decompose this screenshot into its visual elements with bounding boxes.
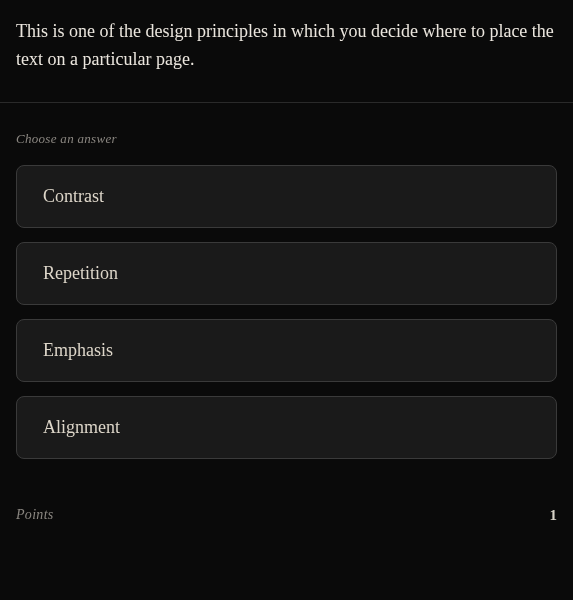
choose-answer-label: Choose an answer: [16, 131, 557, 147]
answer-option-alignment[interactable]: Alignment: [16, 396, 557, 459]
answer-option-repetition[interactable]: Repetition: [16, 242, 557, 305]
question-section: This is one of the design principles in …: [0, 0, 573, 103]
answer-option-emphasis[interactable]: Emphasis: [16, 319, 557, 382]
points-section: Points 1: [0, 489, 573, 542]
question-text: This is one of the design principles in …: [16, 18, 557, 74]
answer-option-label: Emphasis: [43, 340, 113, 360]
answer-option-label: Alignment: [43, 417, 120, 437]
answers-section: Choose an answer Contrast Repetition Emp…: [0, 103, 573, 489]
points-label: Points: [16, 507, 54, 523]
points-value: 1: [550, 507, 558, 524]
answer-option-contrast[interactable]: Contrast: [16, 165, 557, 228]
answer-option-label: Contrast: [43, 186, 104, 206]
answer-option-label: Repetition: [43, 263, 118, 283]
